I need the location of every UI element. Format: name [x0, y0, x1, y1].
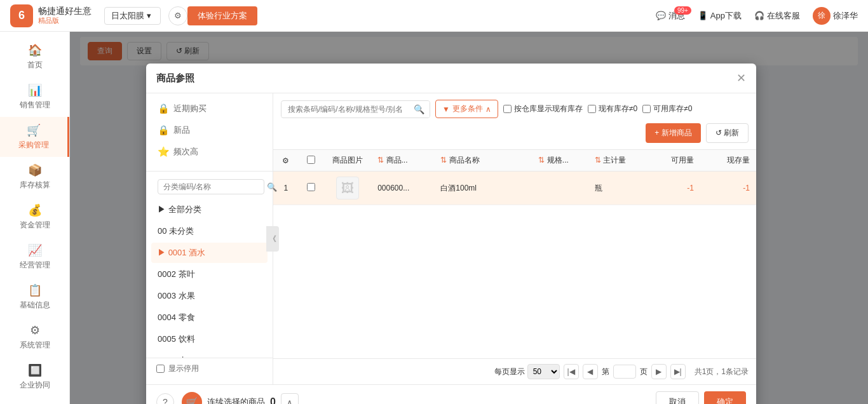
- col-header-unit[interactable]: ⇅ 主计量: [588, 150, 644, 172]
- basicinfo-icon: 📋: [28, 283, 42, 297]
- last-page-btn[interactable]: ▶|: [670, 364, 686, 379]
- col-header-settings[interactable]: ⚙: [273, 150, 299, 172]
- check-warehouse-label[interactable]: 按仓库显示现有库存: [503, 104, 583, 114]
- sidebar-item-inventory[interactable]: 📦 库存核算: [0, 157, 69, 197]
- left-tabs: 🔒 近期购买 🔒 新品 ⭐ 频次高: [146, 98, 273, 163]
- dialog-header: 商品参照 ✕: [146, 64, 756, 93]
- toolbar-right: + 新增商品 ↺ 刷新: [646, 123, 749, 143]
- first-page-btn[interactable]: |◀: [564, 364, 579, 379]
- row-checkbox[interactable]: [307, 183, 315, 191]
- sidebar-item-basic-info[interactable]: 📋 基础信息: [0, 277, 69, 317]
- add-product-btn[interactable]: + 新增商品: [646, 123, 700, 143]
- page-suffix: 页: [640, 367, 648, 377]
- sidebar-label-enterprise: 企业协同: [20, 380, 50, 391]
- tab-new-products[interactable]: 🔒 新品: [151, 120, 268, 140]
- show-disabled-label: 显示停用: [168, 363, 199, 374]
- sidebar-item-purchase[interactable]: 🛒 采购管理: [0, 117, 69, 157]
- message-badge: 99+: [674, 6, 691, 15]
- per-page-select[interactable]: 50 100 200: [527, 364, 560, 379]
- sidebar-item-operations[interactable]: 📈 经营管理: [0, 237, 69, 277]
- check-available-ne0-input[interactable]: [642, 105, 651, 113]
- col-header-spec[interactable]: ⇅ 规格...: [532, 150, 588, 172]
- right-panel: 🔍 ▼ 更多条件 ∧ 按仓库显示现有库存: [273, 93, 756, 384]
- sidebar-item-enterprise[interactable]: 🔲 企业协同: [0, 357, 69, 397]
- next-page-btn[interactable]: ▶: [651, 364, 667, 379]
- demo-button[interactable]: 体验行业方案: [187, 6, 257, 25]
- sidebar-item-sales[interactable]: 📊 销售管理: [0, 77, 69, 117]
- user-avatar-btn[interactable]: 徐 徐泽华: [813, 7, 858, 25]
- modal-overlay: 商品参照 ✕ 🔒 近期购买 🔒: [70, 32, 868, 404]
- product-reference-dialog: 商品参照 ✕ 🔒 近期购买 🔒: [146, 64, 756, 404]
- refresh-btn[interactable]: ↺ 刷新: [706, 123, 749, 143]
- select-all-checkbox[interactable]: [307, 156, 315, 164]
- close-icon[interactable]: ✕: [736, 71, 746, 85]
- settings-icon[interactable]: ⚙: [168, 6, 187, 25]
- prev-page-btn[interactable]: ◀: [583, 364, 598, 379]
- collapse-panel-btn[interactable]: 《: [266, 226, 279, 252]
- col-header-stock: 现存量: [700, 150, 756, 172]
- expand-icon[interactable]: ∧: [281, 393, 299, 404]
- category-search-input[interactable]: [158, 179, 264, 194]
- row-stock: -1: [700, 172, 756, 205]
- show-disabled-checkbox[interactable]: [156, 365, 165, 373]
- col-header-check[interactable]: [299, 150, 324, 172]
- purchase-icon: 🛒: [27, 123, 41, 137]
- sidebar-item-guide[interactable]: 🔔 新手引导: [0, 397, 69, 404]
- sidebar-item-finance[interactable]: 💰 资金管理: [0, 197, 69, 237]
- sidebar-label-purchase: 采购管理: [18, 140, 49, 151]
- search-btn[interactable]: 🔍: [409, 101, 430, 118]
- sidebar-label-inventory: 库存核算: [20, 180, 50, 191]
- operations-icon: 📈: [28, 243, 42, 257]
- category-0008[interactable]: 0008 水: [151, 351, 268, 358]
- category-search-box: 🔍: [151, 177, 268, 199]
- left-panel: 🔒 近期购买 🔒 新品 ⭐ 频次高: [146, 93, 273, 384]
- sort-icon-name: ⇅: [440, 156, 447, 165]
- logo-icon: 6: [10, 4, 33, 27]
- filter-more-btn[interactable]: ▼ 更多条件 ∧: [435, 100, 498, 118]
- category-search-icon[interactable]: 🔍: [267, 182, 277, 192]
- company-name: 畅捷通好生意: [38, 6, 92, 17]
- online-service-btn[interactable]: 🎧 在线客服: [754, 10, 800, 22]
- category-all[interactable]: ▶ 全部分类: [151, 199, 268, 220]
- row-product-code: 000600...: [371, 172, 434, 205]
- tab-recent-purchase[interactable]: 🔒 近期购买: [151, 98, 268, 119]
- sidebar-item-system[interactable]: ⚙ 系统管理: [0, 317, 69, 357]
- lock-icon-new: 🔒: [158, 125, 170, 136]
- pagination-bar: 每页显示 50 100 200 |◀ ◀ 第 1 页: [273, 358, 756, 384]
- col-header-code[interactable]: ⇅ 商品...: [371, 150, 434, 172]
- chevron-down-icon: ▾: [147, 11, 151, 20]
- main-layout: 🏠 首页 📊 销售管理 🛒 采购管理 📦 库存核算 💰 资金管理 📈 经营管理 …: [0, 32, 868, 404]
- dialog-title: 商品参照: [156, 72, 194, 84]
- tab-frequent[interactable]: ⭐ 频次高: [151, 142, 268, 162]
- current-page-input[interactable]: 1: [613, 365, 636, 379]
- row-checkbox-cell[interactable]: [299, 172, 324, 205]
- help-icon[interactable]: ?: [156, 393, 174, 404]
- category-0004[interactable]: 0004 零食: [151, 307, 268, 328]
- app-download-btn[interactable]: 📱 App下载: [698, 10, 742, 22]
- confirm-button[interactable]: 确定: [704, 391, 746, 404]
- footer-buttons: 取消 确定: [656, 391, 746, 404]
- category-0005[interactable]: 0005 饮料: [151, 329, 268, 349]
- check-warehouse-input[interactable]: [503, 105, 512, 113]
- check-available-ne0-label[interactable]: 可用库存≠0: [642, 104, 692, 114]
- cart-icon[interactable]: 🛒: [182, 392, 202, 404]
- home-icon: 🏠: [28, 43, 42, 57]
- messages-btn[interactable]: 💬 消息 99+: [656, 10, 685, 22]
- col-header-name[interactable]: ⇅ 商品名称: [434, 150, 532, 172]
- search-input[interactable]: [281, 102, 409, 117]
- check-stock-ne0-input[interactable]: [588, 105, 596, 113]
- check-stock-ne0-label[interactable]: 现有库存≠0: [588, 104, 637, 114]
- category-0002[interactable]: 0002 茶叶: [151, 264, 268, 285]
- navbar: 6 畅捷通好生意 精品版 日太阳膜 ▾ ⚙ 体验行业方案 💬 消息 99+ 📱 …: [0, 0, 868, 32]
- col-header-available: 可用量: [644, 150, 700, 172]
- table-row[interactable]: 1 🖼: [273, 172, 756, 205]
- sidebar-item-home[interactable]: 🏠 首页: [0, 37, 69, 77]
- row-product-img: 🖼: [323, 172, 371, 205]
- sort-icon-spec: ⇅: [538, 156, 545, 165]
- cancel-button[interactable]: 取消: [656, 391, 699, 404]
- store-selector[interactable]: 日太阳膜 ▾: [104, 7, 161, 25]
- category-0003[interactable]: 0003 水果: [151, 286, 268, 306]
- product-table: ⚙ 商品图片 ⇅: [273, 150, 756, 205]
- category-0001[interactable]: ▶ 0001 酒水: [151, 243, 268, 263]
- category-00[interactable]: 00 未分类: [151, 221, 268, 241]
